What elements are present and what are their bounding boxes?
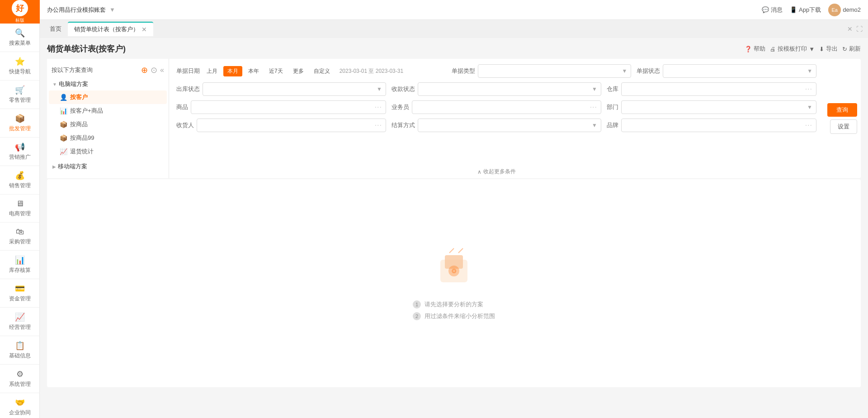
bill-type-input[interactable]: ▼ <box>478 64 632 78</box>
scheme-item-by-goods[interactable]: 📦 按商品 <box>49 118 167 131</box>
sidebar-item-finance[interactable]: 💳 资金管理 <box>0 279 39 308</box>
sidebar-item-inventory[interactable]: 📊 库存核算 <box>0 251 39 279</box>
date-tab-7days[interactable]: 近7天 <box>265 66 287 76</box>
brand-label: 品牌 <box>607 121 618 129</box>
scheme-item-return-stats[interactable]: 📈 退货统计 <box>49 145 167 158</box>
sidebar-item-search[interactable]: 🔍 搜索菜单 <box>0 24 39 52</box>
out-status-input[interactable]: ▼ <box>203 82 386 96</box>
department-input[interactable]: ▼ <box>621 100 816 114</box>
bill-status-dropdown-icon: ▼ <box>807 68 812 74</box>
sidebar-item-marketing[interactable]: 📢 营销推广 <box>0 138 39 166</box>
filter-row-2: 出库状态 ▼ 收款状态 ▼ <box>176 82 816 96</box>
breadcrumb: 办公用品行业模拟账套 <box>47 6 106 14</box>
collapse-bar[interactable]: ∧ 收起更多条件 <box>169 165 824 178</box>
wholesale-icon: 📦 <box>15 114 25 124</box>
sidebar-item-basics[interactable]: 📋 基础信息 <box>0 336 39 365</box>
right-filter: 单据日期 上月 本月 本年 近7天 更多 自定义 2023-03-01 至 20… <box>169 59 824 165</box>
tab-home-label: 首页 <box>50 25 61 33</box>
scheme-item-by-customer-goods[interactable]: 📊 按客户+商品 <box>49 104 167 118</box>
customer-goods-icon: 📊 <box>60 107 67 114</box>
scheme-group-title-desktop[interactable]: ▼ 电脑端方案 <box>49 78 167 90</box>
sidebar-item-quick-nav[interactable]: ⭐ 快捷导航 <box>0 52 39 81</box>
filter-row-3: 商品 ··· 业务员 ··· <box>176 100 816 114</box>
refresh-icon: ↻ <box>842 46 847 52</box>
date-tab-more[interactable]: 更多 <box>289 66 308 76</box>
sidebar-item-enterprise[interactable]: 🤝 企业协同 <box>0 393 39 418</box>
collapse-scheme-icon[interactable]: « <box>160 66 164 74</box>
goods-input[interactable]: ··· <box>191 100 386 114</box>
sidebar-item-system[interactable]: ⚙ 系统管理 <box>0 365 39 393</box>
message-button[interactable]: 💬 消息 <box>762 6 783 14</box>
scheme-item-by-goods99[interactable]: 📦 按商品99 <box>49 131 167 145</box>
sidebar-item-label: 企业协同 <box>9 409 31 417</box>
app-download-button[interactable]: 📱 App下载 <box>790 6 821 14</box>
basics-icon: 📋 <box>15 341 25 351</box>
scheme-item-label: 按商品99 <box>70 134 94 142</box>
tab-home[interactable]: 首页 <box>43 22 68 36</box>
filter-field-receive-status: 收款状态 ▼ <box>392 82 601 96</box>
header-right: 💬 消息 📱 App下载 Ea demo2 <box>762 4 861 16</box>
logo-subtitle: 标版 <box>15 17 24 24</box>
refresh-button[interactable]: ↻ 刷新 <box>842 45 861 53</box>
export-button[interactable]: ⬇ 导出 <box>819 45 838 53</box>
user-menu[interactable]: Ea demo2 <box>828 4 861 16</box>
scheme-group-mobile: ▶ 移动端方案 <box>49 160 167 173</box>
goods-label: 商品 <box>176 103 188 111</box>
print-icon: 🖨 <box>770 46 776 52</box>
date-tab-custom[interactable]: 自定义 <box>310 66 334 76</box>
date-tab-this-year[interactable]: 本年 <box>244 66 263 76</box>
svg-text:⚙: ⚙ <box>451 267 457 275</box>
sidebar-item-label: 采购管理 <box>9 238 31 246</box>
warehouse-input[interactable]: ··· <box>621 82 816 96</box>
sidebar-item-operations[interactable]: 📈 经营管理 <box>0 308 39 336</box>
template-print-button[interactable]: 🖨 按模板打印 ▼ <box>770 45 815 53</box>
sidebar-item-purchase[interactable]: 🛍 采购管理 <box>0 223 39 251</box>
recipient-input[interactable]: ··· <box>197 119 386 132</box>
query-button[interactable]: 查询 <box>827 103 857 117</box>
settlement-input[interactable]: ▼ <box>418 119 601 132</box>
sidebar-item-ecommerce[interactable]: 🖥 电商管理 <box>0 195 39 223</box>
filter-panel: 按以下方案查询 ⊕ ⊙ « ▼ 电脑端方案 👤 <box>47 59 861 178</box>
page-title: 销货单统计表(按客户) <box>47 43 126 54</box>
receive-status-input[interactable]: ▼ <box>418 82 601 96</box>
scheme-item-by-customer[interactable]: 👤 按客户 <box>49 90 167 104</box>
sidebar-logo: 好 标版 <box>0 0 40 24</box>
settings-button[interactable]: 设置 <box>830 119 857 134</box>
add-scheme-icon[interactable]: ⊕ <box>141 65 148 75</box>
tab-close-icon[interactable]: ✕ <box>142 26 147 33</box>
sidebar-item-label: 基础信息 <box>9 352 31 360</box>
filter-field-brand: 品牌 ··· <box>607 119 816 132</box>
svg-line-4 <box>449 248 454 253</box>
recipient-label: 收货人 <box>176 121 194 129</box>
close-window-icon[interactable]: ✕ <box>847 25 853 33</box>
settings-scheme-icon[interactable]: ⊙ <box>151 65 157 75</box>
user-name: demo2 <box>843 6 861 13</box>
sidebar-item-wholesale[interactable]: 📦 批发管理 <box>0 109 39 138</box>
logo-icon: 好 <box>12 0 28 16</box>
filter-field-goods: 商品 ··· <box>176 100 386 114</box>
filter-field-settlement: 结算方式 ▼ <box>392 119 601 132</box>
sidebar-item-label: 销售管理 <box>9 182 31 190</box>
salesman-ellipsis: ··· <box>590 103 597 111</box>
tab-sales-stat[interactable]: 销货单统计表（按客户） ✕ <box>68 22 153 36</box>
out-status-label: 出库状态 <box>176 85 200 93</box>
sidebar-item-sales[interactable]: 💰 销售管理 <box>0 166 39 195</box>
hint-num-2: 2 <box>413 312 421 320</box>
purchase-icon: 🛍 <box>16 227 24 237</box>
maximize-icon[interactable]: ⛶ <box>856 25 863 33</box>
ecommerce-icon: 🖥 <box>16 199 24 209</box>
brand-input[interactable]: ··· <box>621 119 816 132</box>
salesman-input[interactable]: ··· <box>412 100 601 114</box>
hint-num-1: 1 <box>413 300 421 309</box>
goods-icon: 📦 <box>60 121 67 128</box>
sidebar-item-retail[interactable]: 🛒 零售管理 <box>0 81 39 109</box>
bill-status-input[interactable]: ▼ <box>663 64 816 78</box>
filter-field-bill-status: 单据状态 ▼ <box>637 64 816 78</box>
filter-field-salesman: 业务员 ··· <box>392 100 601 114</box>
help-button[interactable]: ❓ 帮助 <box>745 45 765 53</box>
filter-row-4: 收货人 ··· 结算方式 ▼ <box>176 119 816 132</box>
date-tab-last-month[interactable]: 上月 <box>203 66 222 76</box>
breadcrumb-dropdown-icon[interactable]: ▼ <box>109 6 115 13</box>
scheme-group-title-mobile[interactable]: ▶ 移动端方案 <box>49 160 167 173</box>
date-tab-this-month[interactable]: 本月 <box>223 66 242 76</box>
